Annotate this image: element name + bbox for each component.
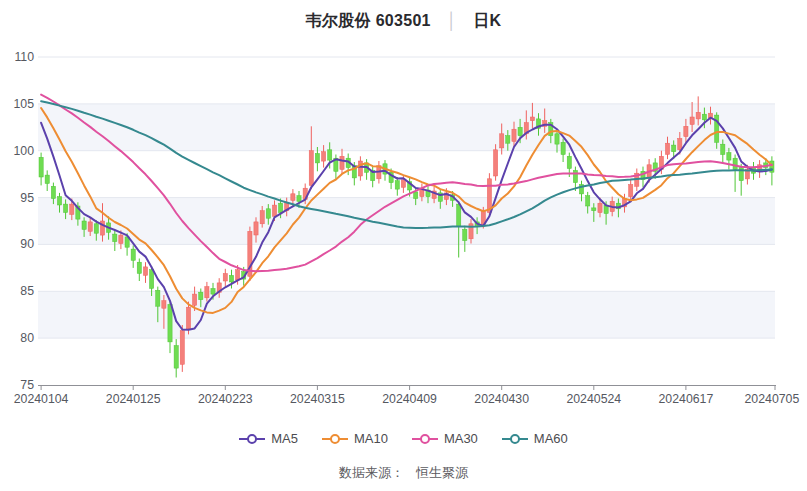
x-axis-label: 20240430 (474, 392, 529, 406)
candle-20240628[interactable] (739, 164, 743, 196)
legend-item-ma10[interactable]: MA10 (322, 431, 388, 446)
data-source-label: 数据来源： (339, 465, 404, 480)
y-axis-label: 85 (20, 284, 34, 298)
ma60-marker-icon (502, 433, 528, 445)
candle-20240429[interactable] (494, 144, 498, 181)
candle-20240105[interactable] (45, 170, 49, 191)
x-axis-label: 20240104 (14, 392, 69, 406)
candle-20240605[interactable] (641, 167, 645, 188)
y-axis-label: 75 (20, 378, 34, 392)
candle-20240403[interactable] (395, 177, 399, 196)
candle-20240422[interactable] (463, 226, 467, 252)
candle-20240129[interactable] (143, 262, 147, 283)
x-axis-label: 20240315 (290, 392, 345, 406)
legend-item-ma5[interactable]: MA5 (239, 431, 298, 446)
candle-20240104[interactable] (39, 153, 43, 186)
candle-20240229[interactable] (248, 227, 252, 281)
candle-20240126[interactable] (137, 259, 141, 282)
candle-20240627[interactable] (733, 155, 737, 192)
plot-band (38, 104, 775, 151)
y-axis-label: 90 (20, 237, 34, 251)
candle-20240320[interactable] (334, 155, 338, 179)
legend-label: MA10 (354, 431, 388, 446)
y-axis-label: 100 (13, 144, 34, 158)
candlestick-chart[interactable]: 2024010420240125202402232024031520240409… (0, 0, 807, 420)
data-source: 数据来源：恒生聚源 (0, 464, 807, 482)
candle-20240125[interactable] (131, 245, 135, 268)
candle-20240326[interactable] (358, 156, 362, 180)
legend-label: MA5 (271, 431, 298, 446)
candle-20240205[interactable] (174, 339, 178, 377)
legend-label: MA60 (534, 431, 568, 446)
y-axis-label: 110 (14, 50, 34, 64)
stock-chart-figure: 韦尔股份 603501│日K 2024010420240125202402232… (0, 0, 807, 491)
candle-20240223[interactable] (223, 269, 227, 287)
y-axis-label: 105 (13, 97, 34, 111)
ma5-marker-icon (239, 433, 265, 445)
y-axis-label: 95 (20, 191, 34, 205)
candle-20240703[interactable] (758, 160, 762, 178)
legend-label: MA30 (444, 431, 478, 446)
ma10-marker-icon (322, 433, 348, 445)
candle-20240206[interactable] (180, 325, 184, 372)
x-axis-label: 20240617 (659, 392, 714, 406)
data-source-name: 恒生聚源 (416, 465, 468, 480)
legend-item-ma60[interactable]: MA60 (502, 431, 568, 446)
x-axis-label: 20240524 (566, 392, 621, 406)
plot-band (38, 198, 775, 245)
legend-item-ma30[interactable]: MA30 (412, 431, 478, 446)
ma30-marker-icon (412, 433, 438, 445)
ma-legend: MA5MA10MA30MA60 (0, 431, 807, 446)
plot-band (38, 291, 775, 338)
x-axis-label: 20240223 (198, 392, 253, 406)
x-axis-label: 20240125 (106, 392, 161, 406)
y-axis-label: 80 (20, 331, 34, 345)
x-axis-label: 20240409 (382, 392, 437, 406)
x-axis-label: 20240705 (745, 392, 800, 406)
